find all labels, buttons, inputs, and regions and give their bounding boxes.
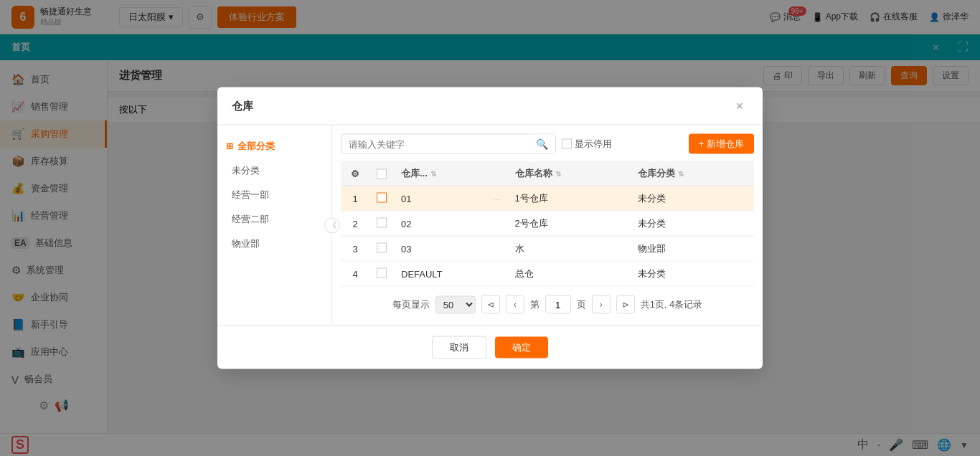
modal-title: 仓库 (232, 99, 253, 113)
row-num: 2 (341, 211, 369, 236)
th-name: 仓库名称 ⇅ (508, 161, 631, 186)
last-page-button[interactable]: ⊳ (616, 295, 635, 314)
row-name: 水 (508, 236, 631, 261)
row-name: 2号仓库 (508, 211, 631, 236)
grid-icon: ⊞ (226, 141, 233, 151)
category-panel: ⊞ 全部分类 未分类 经营一部 经营二部 物业部 《 (217, 125, 332, 326)
row-checkbox-cell (369, 261, 394, 286)
category-item-ops1[interactable]: 经营一部 (217, 183, 331, 207)
row-checkbox[interactable] (377, 267, 387, 277)
row-num: 4 (341, 261, 369, 286)
category-item-ops2[interactable]: 经营二部 (217, 207, 331, 232)
row-code: 03 (394, 236, 508, 261)
collapse-panel-button[interactable]: 《 (324, 217, 340, 233)
first-page-button[interactable]: ⊲ (481, 295, 500, 314)
table-header: ⚙ 仓库... ⇅ 仓库名称 (341, 161, 754, 186)
confirm-button[interactable]: 确定 (495, 337, 548, 358)
table-header-row: ⚙ 仓库... ⇅ 仓库名称 (341, 161, 754, 186)
th-category: 仓库分类 ⇅ (631, 161, 754, 186)
row-category: 未分类 (631, 261, 754, 286)
prev-page-button[interactable]: ‹ (506, 295, 524, 314)
warehouse-modal: 仓库 × ⊞ 全部分类 未分类 经营一部 经营二部 物业部 《 🔍 (217, 87, 763, 369)
category-all[interactable]: ⊞ 全部分类 (217, 134, 331, 158)
search-input[interactable] (341, 135, 529, 153)
per-page-label: 每页显示 (392, 298, 430, 311)
select-all-checkbox[interactable] (377, 168, 387, 179)
row-action-dots[interactable]: ··· (493, 193, 501, 204)
category-all-label: 全部分类 (237, 140, 275, 153)
modal-footer: 取消 确定 (217, 326, 763, 369)
table-toolbar: 🔍 显示停用 + 新增仓库 (341, 134, 754, 154)
category-item-property[interactable]: 物业部 (217, 232, 331, 256)
row-num: 1 (341, 186, 369, 211)
cancel-button[interactable]: 取消 (432, 336, 486, 359)
th-checkbox (369, 161, 394, 186)
sort-category-icon: ⇅ (678, 169, 684, 177)
page-summary: 共1页, 4条记录 (641, 298, 703, 311)
th-settings: ⚙ (341, 161, 369, 186)
modal-close-button[interactable]: × (731, 98, 748, 115)
page-unit: 页 (577, 298, 586, 311)
per-page-select[interactable]: 50 100 200 (435, 295, 476, 313)
show-disabled-text: 显示停用 (575, 138, 612, 151)
row-category: 未分类 (631, 211, 754, 236)
row-num: 3 (341, 236, 369, 261)
row-checkbox-cell (369, 236, 394, 261)
show-disabled-checkbox[interactable] (562, 139, 572, 149)
show-disabled-label[interactable]: 显示停用 (562, 138, 612, 151)
search-input-wrap: 🔍 (341, 134, 556, 154)
row-checkbox-cell (369, 211, 394, 236)
table-row[interactable]: 3 03 水 物业部 (341, 236, 754, 261)
row-checkbox[interactable] (377, 217, 387, 227)
modal-body: ⊞ 全部分类 未分类 经营一部 经营二部 物业部 《 🔍 显示停用 (217, 125, 763, 326)
sort-name-icon: ⇅ (555, 169, 561, 177)
row-name: 总仓 (508, 261, 631, 286)
table-row[interactable]: 2 02 2号仓库 未分类 (341, 211, 754, 236)
pagination: 每页显示 50 100 200 ⊲ ‹ 第 页 › ⊳ 共1页, 4条记录 (341, 287, 754, 317)
row-code: DEFAULT (394, 261, 508, 286)
next-page-button[interactable]: › (592, 295, 611, 314)
table-panel: 🔍 显示停用 + 新增仓库 ⚙ (332, 125, 763, 326)
search-button[interactable]: 🔍 (529, 135, 555, 153)
page-number-input[interactable] (545, 295, 571, 314)
row-checkbox-cell (369, 186, 394, 211)
table-row[interactable]: 4 DEFAULT 总仓 未分类 (341, 261, 754, 286)
row-checkbox[interactable] (377, 192, 387, 202)
sort-code-icon: ⇅ (430, 169, 436, 177)
category-item-unclassified[interactable]: 未分类 (217, 158, 331, 183)
warehouse-table: ⚙ 仓库... ⇅ 仓库名称 (341, 161, 754, 287)
add-warehouse-button[interactable]: + 新增仓库 (689, 134, 754, 154)
modal-header: 仓库 × (217, 87, 763, 125)
row-code: 01 ··· (394, 186, 508, 211)
row-category: 未分类 (631, 186, 754, 211)
row-code: 02 (394, 211, 508, 236)
table-row[interactable]: 1 01 ··· 1号仓库 未分类 (341, 186, 754, 211)
row-category: 物业部 (631, 236, 754, 261)
th-code: 仓库... ⇅ (394, 161, 508, 186)
page-label: 第 (530, 298, 540, 311)
row-checkbox[interactable] (377, 242, 387, 252)
table-body: 1 01 ··· 1号仓库 未分类 2 02 2号仓库 未分类 3 03 水 物… (341, 186, 754, 286)
row-name: 1号仓库 (508, 186, 631, 211)
